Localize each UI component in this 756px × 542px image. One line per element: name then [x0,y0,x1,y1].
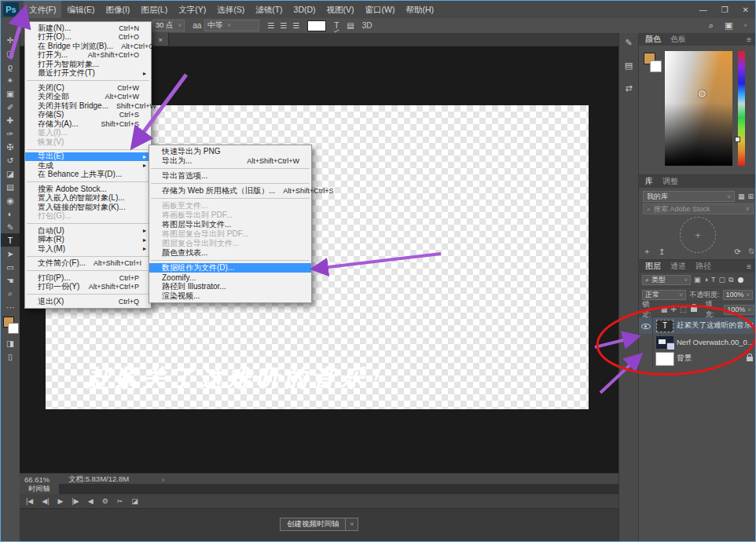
align-right-icon[interactable]: ☰ [292,21,299,30]
eyedropper-tool[interactable]: ✐ [1,100,20,113]
video-layer-thumbnail[interactable] [656,336,673,349]
healing-brush-tool[interactable]: ✚ [1,113,20,126]
background-color-swatch[interactable] [650,60,662,72]
menubar-help[interactable]: 帮助(H) [401,1,440,18]
grid-view-icon[interactable]: ▦ [738,192,745,200]
split-clip-button[interactable]: ✂ [117,497,123,505]
filter-type-layers-icon[interactable]: T [711,276,716,284]
move-tool[interactable]: ✛ [1,33,20,46]
layer-row-video[interactable]: Nerf Overwatch.00_00_2... [639,334,756,350]
menubar-type[interactable]: 文字(Y) [173,1,211,18]
toggle-panels-icon[interactable]: ▤ [347,21,354,30]
pen-tool[interactable]: ✎ [1,220,20,233]
tab-adjustments[interactable]: 调整 [662,176,678,187]
visibility-cell[interactable] [639,317,653,334]
lock-all-icon[interactable] [691,307,697,312]
clone-stamp-tool[interactable]: ✠ [1,140,20,153]
export-menu-data-sets-as-files[interactable]: 数据组作为文件(D)... [149,263,311,273]
layer-name[interactable]: Nerf Overwatch.00_00_2... [677,338,756,346]
lock-artboard-icon[interactable]: ⬚ [680,306,687,313]
filter-toggle[interactable] [738,277,743,283]
menu-item[interactable]: 颜色查找表... [149,248,311,258]
menubar-3d[interactable]: 3D(D) [288,1,321,18]
next-frame-button[interactable]: |▶ [72,497,79,505]
path-selection-tool[interactable]: ➤ [1,247,20,260]
upload-icon[interactable]: ↥ [659,247,665,256]
lasso-tool[interactable]: ϱ [1,60,20,73]
menubar-file[interactable]: 文件(F) [24,1,61,18]
menu-item[interactable]: 退出(X) Ctrl+Q [25,297,151,306]
menu-item[interactable]: 打包(G)... [25,212,151,222]
hand-tool[interactable]: ☚ [1,273,20,287]
saturation-brightness-field[interactable] [665,51,732,166]
filter-shape-layers-icon[interactable]: ▢ [718,276,725,284]
filter-adjustment-layers-icon[interactable]: ◑ [704,276,708,284]
crop-tool[interactable]: ▣ [1,86,20,100]
timeline-tab[interactable]: 时间轴 [20,484,59,494]
menu-item[interactable]: 导入(M) ▸ [25,244,151,254]
layer-name[interactable]: 赶紧关了这难听的音乐! [677,320,756,331]
layer-row-background[interactable]: 背景 [639,350,756,367]
chevron-down-icon[interactable]: ˅ [743,22,747,29]
align-left-icon[interactable]: ☰ [267,21,274,30]
lock-position-icon[interactable]: ✛ [670,306,677,313]
dodge-tool[interactable]: ◐ [1,207,20,220]
previous-frame-button[interactable]: ◀| [42,497,49,505]
zoom-level-field[interactable]: 66.61% [24,475,64,484]
quick-mask-icon[interactable]: ◨ [1,336,20,350]
minimize-button[interactable]: — [699,5,707,14]
blend-mode-select[interactable]: 正常 ˅ [642,290,686,300]
font-size-select[interactable]: 30 点˅ [152,20,185,31]
brush-tool[interactable]: ✑ [1,126,20,140]
menu-item[interactable]: 导出首选项... [149,171,311,181]
marquee-tool[interactable]: ▢ [1,46,20,60]
visibility-cell-empty[interactable] [639,350,653,367]
canvas-text-layer[interactable]: 赶紧关了这难听的音乐! [86,363,385,394]
restore-button[interactable]: ❐ [721,5,728,14]
menubar-layer[interactable]: 图层(L) [135,1,173,18]
filter-smart-object-icon[interactable]: ⧉ [728,276,733,284]
list-view-icon[interactable]: ⊞ [747,192,754,200]
menubar-filter[interactable]: 滤镜(T) [250,1,288,18]
menu-item[interactable]: 恢复(V) [25,137,151,147]
dock-properties-panel-icon[interactable]: ✎ [625,38,632,48]
menu-item[interactable]: 打印一份(Y) Alt+Shift+Ctrl+P [25,283,151,292]
audio-mute-button[interactable]: ◀ [88,497,94,505]
tab-close-icon[interactable]: × [158,35,163,44]
tab-libraries[interactable]: 库 [645,176,653,187]
menubar-window[interactable]: 窗口(W) [360,1,401,18]
sync-icon[interactable]: ⟳ [735,247,741,256]
gradient-tool[interactable]: ▤ [1,180,20,193]
menubar-view[interactable]: 视图(V) [321,1,360,18]
background-layer-thumbnail[interactable] [656,353,673,365]
transition-button[interactable]: ◪ [131,497,138,505]
screen-mode-icon[interactable]: ▯ [1,350,20,363]
tab-swatches[interactable]: 色板 [670,34,686,45]
edit-toolbar-icon[interactable]: ⋯ [1,300,20,313]
text-layer-thumbnail[interactable]: T [656,320,673,332]
trash-icon[interactable]: ⍉ [749,247,754,256]
zoom-tool[interactable]: ⌕ [1,287,20,300]
eraser-tool[interactable]: ◪ [1,167,20,180]
menu-item[interactable]: 最近打开文件(T) ▸ [25,69,151,79]
status-arrow-icon[interactable]: › [162,475,164,484]
background-color-swatch[interactable] [8,323,19,334]
first-frame-button[interactable]: |◀ [26,497,33,505]
visibility-cell-empty[interactable] [639,334,653,350]
layer-filter-select[interactable]: ⌕ 类型 ˅ [642,275,691,285]
menu-item[interactable]: 存储为 Web 所用格式（旧版）... Alt+Shift+Ctrl+S [149,186,311,196]
tab-color[interactable]: 颜色 [645,34,661,45]
lock-transparency-icon[interactable]: ▦ [661,306,668,313]
add-content-icon[interactable]: ＋ [643,246,651,257]
history-brush-tool[interactable]: ↺ [1,153,20,167]
menubar-image[interactable]: 图像(I) [100,1,135,18]
close-button[interactable]: ✕ [743,5,749,14]
fill-field[interactable]: 100%˅ [724,305,754,315]
opacity-field[interactable]: 100%˅ [723,290,754,300]
panel-menu-icon[interactable]: ≡ [747,262,751,271]
play-button[interactable]: ▶ [58,497,64,505]
text-color-swatch[interactable] [307,20,326,31]
dock-sync-panel-icon[interactable]: ⇄ [625,83,632,93]
tab-layers[interactable]: 图层 [645,261,661,272]
hue-slider[interactable] [738,51,745,166]
